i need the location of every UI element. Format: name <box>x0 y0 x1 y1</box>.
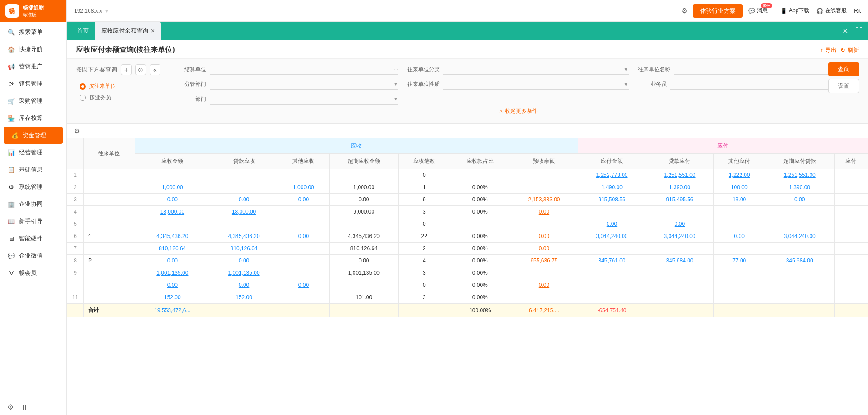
row-qita-yf[interactable]: 13.00 <box>713 194 765 206</box>
row-daikuan-ys[interactable]: 810,126.64 <box>210 243 278 255</box>
set-btn[interactable]: 设置 <box>828 79 859 93</box>
row-chaoqi-yf[interactable]: 0.00 <box>765 194 834 206</box>
row-daikuan-yf[interactable]: 345,684.00 <box>646 255 713 267</box>
row-yingshou-je[interactable]: 4,345,436.20 <box>135 230 210 243</box>
row-qita-yf[interactable] <box>713 267 765 279</box>
row-qita-yf[interactable]: 0.00 <box>713 230 765 243</box>
row-daikuan-ys[interactable]: 152.00 <box>210 291 278 304</box>
sidebar-item-wechat[interactable]: 💬 企业微信 <box>0 247 66 264</box>
row-daikuan-yf[interactable]: 0.00 <box>646 218 713 230</box>
yewuyuan-input[interactable] <box>670 81 854 87</box>
row-daikuan-ys[interactable]: 18,000.00 <box>210 206 278 218</box>
row-qita-ys[interactable]: 0.00 <box>278 279 330 291</box>
row-yushou[interactable] <box>510 267 578 279</box>
input-dept[interactable]: ▼ <box>210 94 398 105</box>
row-yushou[interactable] <box>510 291 578 304</box>
row-chaoqi-yf[interactable] <box>765 279 834 291</box>
row-chaoqi-yf[interactable] <box>765 218 834 230</box>
row-qita-yf[interactable] <box>713 291 765 304</box>
row-chaoqi-yf[interactable] <box>765 267 834 279</box>
collapse-sidebar-btn[interactable]: ⏸ <box>21 403 28 411</box>
sidebar-item-finance[interactable]: 💰 资金管理 <box>4 127 63 144</box>
row-yushou[interactable]: 655,636.75 <box>510 255 578 267</box>
row-yingfu-je[interactable]: 1,252,773.00 <box>578 169 646 181</box>
row-yingshou-je[interactable] <box>135 218 210 230</box>
input-laiwei-xingzhi[interactable]: ▼ <box>443 79 628 90</box>
row-qita-yf[interactable]: 1,222.00 <box>713 169 765 181</box>
row-yingfu-je[interactable]: 3,044,240.00 <box>578 230 646 243</box>
tab-ar-query[interactable]: 应收应付余额查询 × <box>95 22 161 40</box>
input-fenguan-dept[interactable]: ▼ <box>210 79 398 90</box>
row-qita-yf[interactable] <box>713 279 765 291</box>
row-yingfu-je[interactable]: 345,761.00 <box>578 255 646 267</box>
row-yingshou-je[interactable]: 0.00 <box>135 279 210 291</box>
subtotal-yushou[interactable]: 6,417,215.... <box>510 304 578 317</box>
fenguan-dept-input[interactable] <box>210 81 393 87</box>
row-qita-ys[interactable]: 0.00 <box>278 194 330 206</box>
row-yingshou-je[interactable]: 152.00 <box>135 291 210 304</box>
row-daikuan-ys[interactable] <box>210 181 278 194</box>
expand-tab-btn[interactable]: ⛶ <box>854 25 864 37</box>
sidebar-item-hardware[interactable]: 🖥 智能硬件 <box>0 230 66 247</box>
row-yingshou-je[interactable]: 0.00 <box>135 255 210 267</box>
row-yingshou-je[interactable]: 1,001,135.00 <box>135 267 210 279</box>
row-qita-ys[interactable] <box>278 169 330 181</box>
row-qita-ys[interactable]: 0.00 <box>278 230 330 243</box>
online-service-btn[interactable]: 🎧 在线客服 <box>816 7 847 14</box>
row-chaoqi-yf[interactable] <box>765 243 834 255</box>
row-yingshou-je[interactable]: 18,000.00 <box>135 206 210 218</box>
sidebar-item-sales[interactable]: 🛍 销售管理 <box>0 75 66 92</box>
row-yingfu-je[interactable] <box>578 279 646 291</box>
tab-close-icon[interactable]: × <box>151 27 155 34</box>
row-yingfu-je[interactable]: 0.00 <box>578 218 646 230</box>
row-chaoqi-yf[interactable]: 345,684.00 <box>765 255 834 267</box>
row-qita-ys[interactable] <box>278 291 330 304</box>
jiesuan-dots[interactable]: ··· <box>394 66 398 72</box>
sidebar-item-quick-nav[interactable]: 🏠 快捷导航 <box>0 41 66 58</box>
row-daikuan-yf[interactable]: 915,495.56 <box>646 194 713 206</box>
sidebar-item-purchase[interactable]: 🛒 采购管理 <box>0 92 66 110</box>
row-yushou[interactable]: 0.00 <box>510 230 578 243</box>
add-scheme-btn[interactable]: + <box>121 64 132 75</box>
row-yingfu-je[interactable] <box>578 206 646 218</box>
refresh-btn[interactable]: ↻ 刷新 <box>840 46 859 54</box>
jiesuan-input[interactable] <box>210 66 394 72</box>
row-yingshou-je[interactable]: 1,000.00 <box>135 181 210 194</box>
row-yingshou-je[interactable]: 810,126.64 <box>135 243 210 255</box>
close-all-tabs-btn[interactable]: ✕ <box>840 25 850 37</box>
subtotal-yingshou-je[interactable]: 19,553,472,6... <box>135 304 210 317</box>
app-download-btn[interactable]: 📱 App下载 <box>780 7 809 14</box>
laiwei-fenlei-chevron[interactable]: ▼ <box>623 66 629 72</box>
table-container[interactable]: 往来单位 应收 应付 应收金额 贷款应收 其他应收 超期应收金额 应收笔数 应收… <box>67 138 868 317</box>
row-daikuan-ys[interactable]: 1,001,135.00 <box>210 267 278 279</box>
topbar-gear-icon[interactable]: ⚙ <box>681 6 688 15</box>
row-qita-ys[interactable] <box>278 255 330 267</box>
row-daikuan-ys[interactable]: 0.00 <box>210 255 278 267</box>
user-info[interactable]: Rit <box>854 8 861 14</box>
sidebar-item-guide[interactable]: 📖 新手引导 <box>0 213 66 230</box>
row-yushou[interactable]: 2,153,333.00 <box>510 194 578 206</box>
dept-input[interactable] <box>210 96 393 102</box>
row-qita-ys[interactable] <box>278 243 330 255</box>
fenguan-dept-chevron[interactable]: ▼ <box>393 81 398 87</box>
row-yingfu-je[interactable] <box>578 267 646 279</box>
row-chaoqi-yf[interactable]: 1,251,551.00 <box>765 169 834 181</box>
tab-home[interactable]: 首页 <box>71 22 95 40</box>
row-qita-ys[interactable]: 1,000.00 <box>278 181 330 194</box>
row-qita-ys[interactable] <box>278 206 330 218</box>
sidebar-item-system[interactable]: ⚙ 系统管理 <box>0 178 66 196</box>
sidebar-item-basic-info[interactable]: 📋 基础信息 <box>0 161 66 178</box>
trial-btn[interactable]: 体验行业方案 <box>693 4 743 18</box>
input-laiwei-fenlei[interactable]: ▼ <box>443 64 628 75</box>
row-yingshou-je[interactable] <box>135 169 210 181</box>
row-qita-yf[interactable] <box>713 243 765 255</box>
row-daikuan-yf[interactable] <box>646 291 713 304</box>
row-qita-ys[interactable] <box>278 218 330 230</box>
row-daikuan-ys[interactable]: 0.00 <box>210 279 278 291</box>
row-qita-yf[interactable] <box>713 218 765 230</box>
row-chaoqi-yf[interactable] <box>765 291 834 304</box>
row-yingfu-je[interactable]: 915,508.56 <box>578 194 646 206</box>
laiwei-xingzhi-chevron[interactable]: ▼ <box>623 81 629 87</box>
sidebar-item-enterprise[interactable]: 🏢 企业协同 <box>0 196 66 213</box>
row-yushou[interactable]: 0.00 <box>510 243 578 255</box>
